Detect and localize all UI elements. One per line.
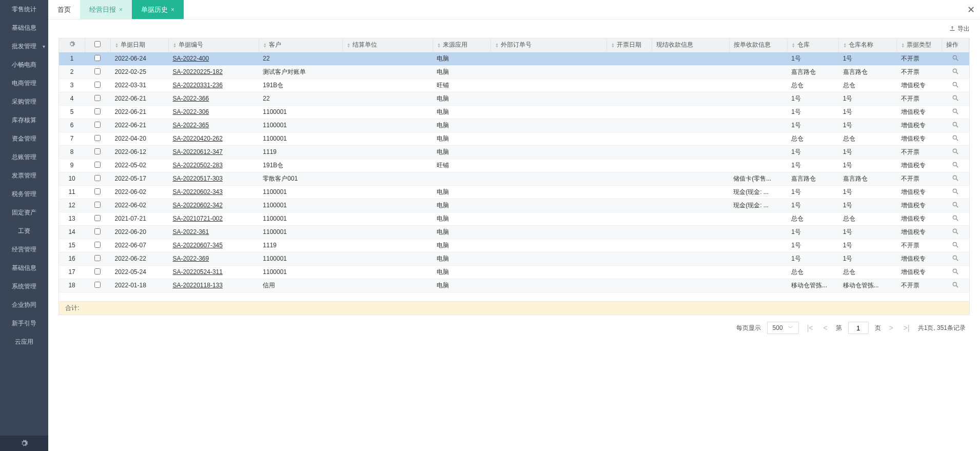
col-header-6[interactable]: ▲▼来源应用 [433, 38, 491, 52]
sidebar-item-16[interactable]: 企业协同 [0, 296, 48, 314]
magnifier-icon[interactable] [952, 201, 959, 208]
sidebar-item-8[interactable]: 总账管理 [0, 148, 48, 166]
table-row[interactable]: 52022-06-21SA-2022-3061100001电脑1号1号增值税专 [59, 105, 969, 119]
table-row[interactable]: 132021-07-21SA-20210721-0021100001电脑总仓总仓… [59, 212, 969, 225]
magnifier-icon[interactable] [952, 81, 959, 88]
magnifier-icon[interactable] [952, 188, 959, 195]
doc-link[interactable]: SA-20220502-283 [173, 162, 223, 169]
row-checkbox[interactable] [94, 255, 101, 261]
doc-link[interactable]: SA-20220602-343 [173, 188, 223, 195]
page-number-input[interactable] [848, 322, 869, 334]
doc-link[interactable]: SA-20220420-262 [173, 135, 223, 142]
close-icon[interactable]: × [171, 6, 174, 13]
col-header-5[interactable]: ▲▼结算单位 [343, 38, 433, 52]
row-checkbox[interactable] [94, 122, 101, 128]
magnifier-icon[interactable] [952, 134, 959, 142]
doc-link[interactable]: SA-2022-369 [173, 255, 209, 262]
sidebar-item-14[interactable]: 基础信息 [0, 259, 48, 277]
row-checkbox[interactable] [94, 95, 101, 101]
doc-link[interactable]: SA-20210721-002 [173, 215, 223, 222]
doc-link[interactable]: SA-2022-306 [173, 108, 209, 115]
sidebar-item-9[interactable]: 发票管理 [0, 166, 48, 185]
table-row[interactable]: 152022-06-07SA-20220607-3451119电脑1号1号不开票 [59, 239, 969, 252]
col-header-4[interactable]: ▲▼客户 [259, 38, 342, 52]
prev-page-button[interactable]: < [821, 324, 829, 332]
sidebar-item-12[interactable]: 工资 [0, 222, 48, 240]
sidebar-item-7[interactable]: 资金管理 [0, 129, 48, 148]
magnifier-icon[interactable] [952, 54, 959, 62]
doc-link[interactable]: SA-2022-361 [173, 228, 209, 236]
col-header-12[interactable]: ▲▼仓库名称 [839, 38, 897, 52]
table-row[interactable]: 72022-04-20SA-20220420-2621100001电脑总仓总仓增… [59, 132, 969, 145]
magnifier-icon[interactable] [952, 174, 959, 182]
table-row[interactable]: 162022-06-22SA-2022-3691100001电脑1号1号增值税专 [59, 252, 969, 265]
magnifier-icon[interactable] [952, 241, 959, 248]
magnifier-icon[interactable] [952, 68, 959, 75]
select-all-checkbox[interactable] [94, 41, 101, 47]
row-checkbox[interactable] [94, 228, 101, 234]
row-checkbox[interactable] [94, 268, 101, 274]
row-checkbox[interactable] [94, 68, 101, 74]
row-checkbox[interactable] [94, 282, 101, 288]
last-page-button[interactable]: >| [901, 324, 912, 332]
magnifier-icon[interactable] [952, 268, 959, 275]
doc-link[interactable]: SA-20220612-347 [173, 148, 223, 155]
magnifier-icon[interactable] [952, 254, 959, 262]
row-checkbox[interactable] [94, 215, 101, 221]
doc-link[interactable]: SA-2022-400 [173, 55, 209, 62]
sidebar-item-11[interactable]: 固定资产 [0, 203, 48, 222]
sidebar-item-15[interactable]: 系统管理 [0, 277, 48, 296]
sidebar-item-1[interactable]: 基础信息 [0, 18, 48, 37]
col-header-7[interactable]: ▲▼外部订单号 [491, 38, 606, 52]
export-button[interactable]: 导出 [949, 25, 970, 33]
row-checkbox[interactable] [94, 82, 101, 88]
tab-2[interactable]: 单据历史× [132, 0, 184, 19]
doc-link[interactable]: SA-20220602-342 [173, 202, 223, 209]
doc-link[interactable]: SA-20220331-236 [173, 82, 223, 89]
row-checkbox[interactable] [94, 202, 101, 208]
table-row[interactable]: 62022-06-21SA-2022-3651100001电脑1号1号增值税专 [59, 119, 969, 132]
row-checkbox[interactable] [94, 175, 101, 181]
col-header-3[interactable]: ▲▼单据编号 [169, 38, 259, 52]
magnifier-icon[interactable] [952, 148, 959, 155]
sidebar-item-18[interactable]: 云应用 [0, 332, 48, 351]
doc-link[interactable]: SA-2022-366 [173, 95, 209, 102]
sidebar-item-2[interactable]: 批发管理 [0, 37, 48, 55]
col-header-2[interactable]: ▲▼单据日期 [110, 38, 168, 52]
table-row[interactable]: 102022-05-17SA-20220517-303零散客户001储值卡(零售… [59, 172, 969, 185]
table-row[interactable]: 12022-06-24SA-2022-40022电脑1号1号不开票 [59, 52, 969, 65]
row-checkbox[interactable] [94, 188, 101, 194]
doc-link[interactable]: SA-20220517-303 [173, 175, 223, 182]
table-scroll[interactable]: ▲▼单据日期▲▼单据编号▲▼客户▲▼结算单位▲▼来源应用▲▼外部订单号▲▼开票日… [59, 38, 969, 301]
sidebar-item-5[interactable]: 采购管理 [0, 92, 48, 111]
col-header-11[interactable]: ▲▼仓库 [787, 38, 838, 52]
per-page-select[interactable]: 500 ﹀ [767, 322, 799, 334]
row-checkbox[interactable] [94, 148, 101, 154]
table-row[interactable]: 82022-06-12SA-20220612-3471119电脑1号1号不开票 [59, 145, 969, 159]
magnifier-icon[interactable] [952, 94, 959, 102]
sidebar-settings-button[interactable] [0, 436, 48, 451]
sidebar-item-0[interactable]: 零售统计 [0, 0, 48, 18]
table-row[interactable]: 122022-06-02SA-20220602-3421100001电脑现金(现… [59, 199, 969, 212]
first-page-button[interactable]: |< [805, 324, 815, 332]
row-checkbox[interactable] [94, 55, 101, 61]
row-checkbox[interactable] [94, 108, 101, 114]
gear-icon[interactable] [68, 42, 75, 49]
table-row[interactable]: 172022-05-24SA-20220524-3111100001电脑总仓总仓… [59, 265, 969, 279]
magnifier-icon[interactable] [952, 121, 959, 128]
doc-link[interactable]: SA-20220118-133 [173, 282, 223, 289]
table-row[interactable]: 32022-03-31SA-20220331-236191B仓旺铺总仓总仓增值税… [59, 79, 969, 92]
sidebar-item-6[interactable]: 库存核算 [0, 111, 48, 129]
close-icon[interactable]: × [119, 6, 123, 13]
table-row[interactable]: 142022-06-20SA-2022-3611100001电脑1号1号增值税专 [59, 225, 969, 239]
sidebar-item-10[interactable]: 税务管理 [0, 185, 48, 203]
doc-link[interactable]: SA-2022-365 [173, 122, 209, 129]
table-row[interactable]: 22022-02-25SA-20220225-182测试客户对账单电脑嘉言路仓嘉… [59, 65, 969, 79]
tab-0[interactable]: 首页 [48, 0, 80, 19]
row-checkbox[interactable] [94, 162, 101, 168]
tab-1[interactable]: 经营日报× [80, 0, 132, 19]
table-row[interactable]: 112022-06-02SA-20220602-3431100001电脑现金(现… [59, 185, 969, 199]
doc-link[interactable]: SA-20220607-345 [173, 242, 223, 249]
row-checkbox[interactable] [94, 135, 101, 141]
sidebar-item-13[interactable]: 经营管理 [0, 240, 48, 259]
